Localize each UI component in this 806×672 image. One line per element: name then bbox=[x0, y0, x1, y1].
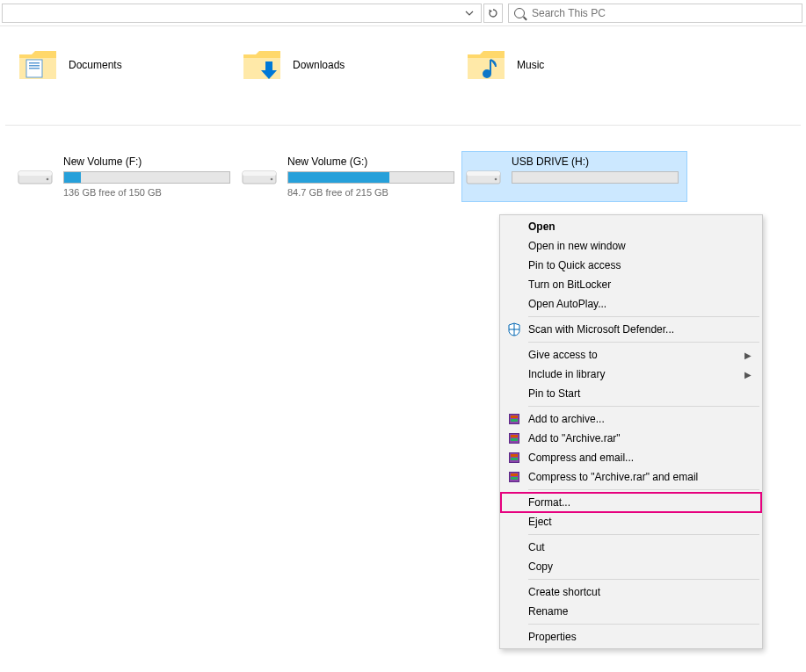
menu-cut[interactable]: Cut bbox=[502, 538, 760, 557]
svg-rect-28 bbox=[511, 477, 518, 480]
rar-icon bbox=[507, 431, 521, 445]
drive-info: USB DRIVE (H:) bbox=[512, 155, 679, 187]
menu-item-label: Give access to bbox=[528, 349, 598, 361]
menu-scan-with-microsoft-defender[interactable]: Scan with Microsoft Defender... bbox=[502, 320, 760, 339]
svg-rect-24 bbox=[511, 458, 518, 460]
folder-downloads[interactable]: Downloads bbox=[238, 44, 462, 86]
folder-label: Downloads bbox=[293, 59, 345, 71]
menu-copy[interactable]: Copy bbox=[502, 557, 760, 576]
drive-h[interactable]: USB DRIVE (H:) bbox=[462, 152, 686, 201]
drive-usage-fill bbox=[64, 172, 81, 183]
menu-turn-on-bitlocker[interactable]: Turn on BitLocker bbox=[502, 275, 760, 294]
svg-rect-20 bbox=[511, 438, 518, 441]
menu-properties[interactable]: Properties bbox=[502, 627, 760, 647]
rar-icon bbox=[507, 451, 521, 465]
menu-format[interactable]: Format... bbox=[502, 493, 760, 512]
refresh-button[interactable] bbox=[483, 4, 503, 23]
drive-name: New Volume (F:) bbox=[63, 155, 230, 168]
menu-separator bbox=[528, 406, 759, 407]
menu-separator bbox=[528, 624, 759, 625]
drive-icon bbox=[242, 164, 277, 189]
search-box[interactable] bbox=[508, 4, 802, 23]
folder-label: Documents bbox=[69, 59, 122, 71]
menu-item-label: Turn on BitLocker bbox=[528, 278, 611, 291]
drive-usage-bar bbox=[63, 171, 230, 184]
drive-icon bbox=[466, 164, 501, 189]
menu-eject[interactable]: Eject bbox=[502, 512, 760, 531]
music-folder-icon bbox=[466, 47, 506, 83]
menu-item-label: Pin to Start bbox=[528, 387, 580, 400]
documents-folder-icon bbox=[18, 47, 58, 83]
search-input[interactable] bbox=[530, 6, 796, 20]
menu-open-autoplay[interactable]: Open AutoPlay... bbox=[502, 294, 760, 314]
defender-icon bbox=[507, 322, 521, 336]
menu-rename[interactable]: Rename bbox=[502, 602, 760, 621]
chevron-right-icon: ▶ bbox=[744, 350, 752, 360]
menu-item-label: Add to archive... bbox=[528, 413, 605, 425]
svg-point-12 bbox=[495, 178, 497, 181]
menu-item-label: Cut bbox=[528, 541, 545, 553]
drive-name: USB DRIVE (H:) bbox=[512, 155, 679, 168]
svg-point-9 bbox=[271, 178, 273, 181]
menu-item-label: Open bbox=[528, 220, 555, 233]
folder-music[interactable]: Music bbox=[462, 44, 686, 86]
drive-free-text: 136 GB free of 150 GB bbox=[63, 187, 230, 198]
menu-compress-and-email[interactable]: Compress and email... bbox=[502, 448, 760, 467]
address-dropdown-icon[interactable] bbox=[461, 5, 477, 21]
menu-pin-to-quick-access[interactable]: Pin to Quick access bbox=[502, 256, 760, 275]
menu-separator bbox=[528, 316, 759, 317]
menu-item-label: Open AutoPlay... bbox=[528, 298, 606, 310]
menu-open-in-new-window[interactable]: Open in new window bbox=[502, 236, 760, 256]
svg-rect-8 bbox=[243, 171, 276, 176]
folder-documents[interactable]: Documents bbox=[14, 44, 238, 86]
menu-item-label: Properties bbox=[528, 631, 577, 643]
refresh-icon bbox=[488, 8, 498, 18]
menu-item-label: Include in library bbox=[528, 368, 605, 380]
svg-rect-2 bbox=[29, 65, 40, 67]
menu-item-label: Add to "Archive.rar" bbox=[528, 432, 621, 444]
rar-icon bbox=[507, 470, 521, 484]
svg-rect-1 bbox=[29, 62, 40, 64]
menu-item-label: Rename bbox=[528, 605, 568, 618]
context-menu: OpenOpen in new windowPin to Quick acces… bbox=[499, 214, 763, 649]
menu-separator bbox=[528, 342, 759, 343]
menu-item-label: Create shortcut bbox=[528, 586, 600, 598]
drive-info: New Volume (G:) 84.7 GB free of 215 GB bbox=[287, 155, 454, 198]
downloads-folder-icon bbox=[242, 47, 282, 83]
menu-create-shortcut[interactable]: Create shortcut bbox=[502, 582, 760, 602]
drive-free-text: 84.7 GB free of 215 GB bbox=[287, 187, 454, 198]
menu-give-access-to[interactable]: Give access to▶ bbox=[502, 345, 760, 365]
drive-usage-fill bbox=[288, 172, 389, 183]
toolbar bbox=[0, 0, 806, 26]
menu-pin-to-start[interactable]: Pin to Start bbox=[502, 384, 760, 403]
chevron-right-icon: ▶ bbox=[744, 370, 752, 379]
rar-icon bbox=[507, 412, 521, 426]
drive-usage-bar bbox=[512, 171, 679, 184]
menu-item-label: Copy bbox=[528, 560, 553, 573]
drive-icon bbox=[18, 164, 53, 189]
drive-name: New Volume (G:) bbox=[287, 155, 454, 168]
folders-group: Documents Downloads Music bbox=[5, 39, 801, 112]
svg-rect-11 bbox=[467, 171, 500, 176]
menu-item-label: Compress to "Archive.rar" and email bbox=[528, 471, 698, 483]
svg-rect-5 bbox=[18, 171, 52, 176]
menu-add-to-archive[interactable]: Add to archive... bbox=[502, 409, 760, 429]
menu-item-label: Eject bbox=[528, 516, 552, 528]
menu-separator bbox=[528, 489, 759, 490]
menu-separator bbox=[528, 579, 759, 580]
drive-f[interactable]: New Volume (F:) 136 GB free of 150 GB bbox=[14, 152, 238, 201]
address-bar[interactable] bbox=[2, 4, 482, 23]
menu-item-label: Format... bbox=[528, 496, 570, 509]
menu-open[interactable]: Open bbox=[502, 217, 760, 236]
search-icon bbox=[514, 8, 525, 18]
menu-item-label: Pin to Quick access bbox=[528, 259, 621, 271]
drive-usage-bar bbox=[287, 171, 454, 184]
svg-rect-3 bbox=[29, 68, 40, 69]
drive-g[interactable]: New Volume (G:) 84.7 GB free of 215 GB bbox=[238, 152, 462, 201]
menu-item-label: Open in new window bbox=[528, 240, 626, 252]
svg-rect-19 bbox=[511, 435, 518, 437]
folder-label: Music bbox=[517, 59, 544, 71]
menu-compress-to-archive-rar-and-email[interactable]: Compress to "Archive.rar" and email bbox=[502, 467, 760, 487]
menu-include-in-library[interactable]: Include in library▶ bbox=[502, 365, 760, 384]
menu-add-to-archive-rar[interactable]: Add to "Archive.rar" bbox=[502, 429, 760, 448]
